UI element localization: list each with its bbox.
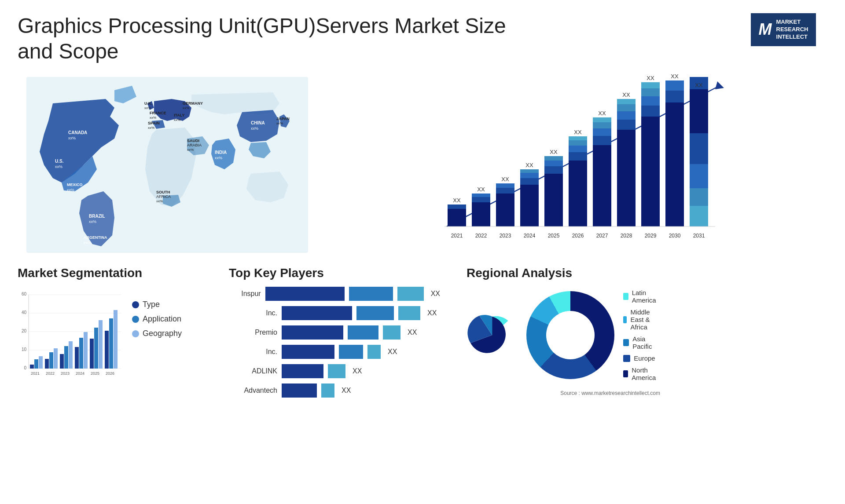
player-name-advantech: Advantech — [229, 387, 277, 394]
svg-rect-115 — [34, 359, 38, 369]
svg-text:SOUTH: SOUTH — [156, 190, 170, 194]
svg-rect-36 — [448, 205, 466, 209]
player-val-inspur: XX — [431, 290, 440, 298]
bar-chart-section: XX 2021 XX 2022 XX 2023 XX 2024 — [321, 73, 836, 257]
svg-text:xx%: xx% — [89, 219, 96, 224]
svg-text:0: 0 — [24, 365, 26, 370]
svg-rect-41 — [472, 194, 490, 197]
svg-rect-124 — [69, 341, 73, 369]
svg-text:xx%: xx% — [148, 126, 154, 130]
svg-rect-130 — [90, 339, 94, 369]
svg-rect-89 — [665, 102, 684, 226]
svg-rect-63 — [569, 146, 587, 152]
regional-legend: Latin America Middle East & Africa Asia … — [623, 289, 660, 381]
seg-chart-container: 60 40 20 10 0 2021 2022 — [18, 287, 202, 388]
svg-rect-64 — [569, 140, 587, 146]
svg-rect-128 — [84, 332, 88, 369]
logo-area: M MARKET RESEARCH INTELLECT — [739, 13, 827, 46]
svg-text:MEXICO: MEXICO — [67, 183, 83, 187]
regional-container: Latin America Middle East & Africa Asia … — [467, 287, 660, 383]
svg-text:ARABIA: ARABIA — [187, 143, 202, 147]
svg-rect-98 — [690, 164, 708, 188]
geography-legend-dot — [132, 330, 139, 337]
svg-text:2021: 2021 — [451, 233, 463, 239]
logo-box: M MARKET RESEARCH INTELLECT — [751, 13, 816, 46]
regional-donut-svg — [467, 287, 518, 383]
seg-bar-chart-svg: 60 40 20 10 0 2021 2022 — [18, 287, 123, 388]
player-bar-inspur: XX — [265, 287, 440, 301]
bottom-area: Market Segmentation 60 40 20 10 0 — [0, 257, 845, 403]
type-legend-dot — [132, 301, 139, 308]
svg-text:2022: 2022 — [46, 371, 55, 376]
svg-text:FRANCE: FRANCE — [150, 111, 166, 115]
svg-text:2031: 2031 — [693, 233, 705, 239]
svg-rect-136 — [114, 310, 118, 369]
player-bar-premio: XX — [282, 325, 417, 340]
svg-text:2023: 2023 — [61, 371, 70, 376]
svg-rect-52 — [520, 169, 539, 173]
player-val-advantech: XX — [342, 387, 351, 394]
svg-text:40: 40 — [22, 310, 27, 315]
svg-rect-58 — [544, 156, 563, 161]
svg-rect-50 — [520, 178, 539, 185]
growth-bar-chart: XX 2021 XX 2022 XX 2023 XX 2024 — [330, 73, 827, 248]
seg-legend-type: Type — [132, 300, 182, 309]
svg-text:ITALY: ITALY — [174, 113, 185, 117]
svg-text:AFRICA: AFRICA — [156, 194, 171, 199]
player-name-inc1: Inc. — [229, 309, 277, 317]
reg-item-eu: Europe — [623, 354, 660, 362]
svg-rect-44 — [496, 194, 514, 226]
page-title: Graphics Processing Unit(GPU)Servers Mar… — [18, 13, 546, 64]
player-row-adlink: ADLINK XX — [229, 364, 440, 378]
svg-text:2023: 2023 — [500, 233, 511, 239]
svg-text:2025: 2025 — [91, 371, 99, 376]
svg-rect-69 — [593, 136, 611, 145]
svg-text:2021: 2021 — [31, 371, 40, 376]
svg-rect-68 — [593, 145, 611, 226]
svg-rect-57 — [544, 161, 563, 166]
svg-text:JAPAN: JAPAN — [276, 117, 290, 121]
svg-text:xx%: xx% — [251, 126, 258, 131]
svg-text:60: 60 — [22, 292, 27, 296]
svg-rect-91 — [665, 80, 684, 91]
svg-rect-119 — [49, 352, 53, 369]
application-legend-dot — [132, 316, 139, 323]
svg-text:xx%: xx% — [150, 116, 156, 120]
svg-text:XX: XX — [501, 176, 509, 183]
svg-rect-56 — [544, 166, 563, 174]
svg-text:INDIA: INDIA — [215, 150, 227, 155]
svg-marker-34 — [715, 81, 724, 89]
svg-text:XX: XX — [550, 149, 558, 155]
svg-text:xx%: xx% — [174, 118, 180, 122]
svg-text:XX: XX — [453, 197, 461, 204]
svg-rect-51 — [520, 173, 539, 178]
svg-text:CHINA: CHINA — [251, 121, 265, 125]
player-name-inspur: Inspur — [229, 290, 261, 298]
svg-rect-97 — [690, 133, 708, 164]
svg-rect-78 — [617, 104, 636, 111]
svg-text:xx%: xx% — [156, 199, 163, 203]
svg-text:xx%: xx% — [187, 148, 194, 152]
svg-rect-131 — [94, 328, 98, 369]
svg-rect-83 — [641, 106, 660, 117]
svg-text:2025: 2025 — [548, 233, 560, 239]
eu-legend-dot — [623, 355, 630, 362]
svg-rect-61 — [569, 161, 587, 226]
source-text: Source : www.marketresearchintellect.com — [467, 390, 660, 396]
seg-legend-application: Application — [132, 314, 182, 324]
svg-text:xx%: xx% — [215, 156, 222, 160]
svg-text:xx%: xx% — [68, 136, 76, 140]
segmentation-title: Market Segmentation — [18, 266, 202, 280]
svg-text:XX: XX — [647, 75, 654, 81]
logo-text: MARKET RESEARCH INTELLECT — [776, 18, 808, 41]
key-players-section: Top Key Players Inspur XX Inc. — [211, 266, 440, 403]
svg-text:XX: XX — [477, 186, 485, 193]
player-row-inc2: Inc. XX — [229, 345, 440, 359]
world-map-section: CANADA xx% U.S. xx% MEXICO xx% BRAZIL xx… — [26, 77, 308, 262]
svg-rect-90 — [665, 91, 684, 102]
reg-item-ap: Asia Pacific — [623, 335, 660, 350]
svg-text:xx%: xx% — [183, 106, 189, 110]
svg-rect-135 — [109, 318, 113, 369]
player-val-inc1: XX — [427, 309, 437, 317]
player-name-inc2: Inc. — [229, 348, 277, 356]
